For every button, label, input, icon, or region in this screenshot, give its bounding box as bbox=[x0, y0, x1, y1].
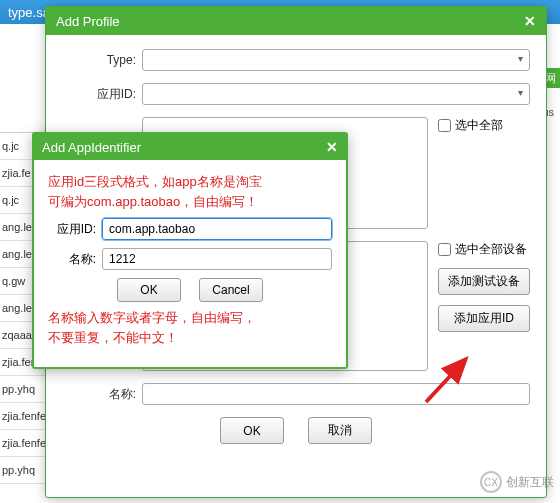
hint-text-2: 名称输入数字或者字母，自由编写， 不要重复，不能中文！ bbox=[48, 308, 332, 348]
add-appidentifier-title: Add AppIdentifier bbox=[42, 140, 141, 155]
watermark-text: 创新互联 bbox=[506, 474, 554, 491]
add-test-device-button[interactable]: 添加测试设备 bbox=[438, 268, 530, 295]
add-appidentifier-titlebar: Add AppIdentifier ✕ bbox=[34, 134, 346, 160]
select-all-devices-checkbox[interactable]: 选中全部设备 bbox=[438, 241, 530, 258]
type-label: Type: bbox=[62, 53, 142, 67]
checkbox-icon[interactable] bbox=[438, 119, 451, 132]
cancel-button[interactable]: 取消 bbox=[308, 417, 372, 444]
close-icon[interactable]: ✕ bbox=[326, 139, 338, 155]
name-input[interactable] bbox=[142, 383, 530, 405]
inner-cancel-button[interactable]: Cancel bbox=[199, 278, 263, 302]
ok-button[interactable]: OK bbox=[220, 417, 284, 444]
inner-name-label: 名称: bbox=[48, 251, 102, 268]
add-profile-titlebar: Add Profile ✕ bbox=[46, 7, 546, 35]
inner-appid-label: 应用ID: bbox=[48, 221, 102, 238]
add-app-id-button[interactable]: 添加应用ID bbox=[438, 305, 530, 332]
inner-appid-input[interactable] bbox=[102, 218, 332, 240]
name-bottom-label: 名称: bbox=[62, 386, 142, 403]
inner-name-input[interactable] bbox=[102, 248, 332, 270]
watermark-logo-icon: CX bbox=[480, 471, 502, 493]
add-profile-title: Add Profile bbox=[56, 14, 120, 29]
appid-select[interactable] bbox=[142, 83, 530, 105]
hint-text-1: 应用id三段式格式，如app名称是淘宝 可编为com.app.taobao，自由… bbox=[48, 172, 332, 212]
select-all-checkbox[interactable]: 选中全部 bbox=[438, 117, 530, 134]
checkbox-icon[interactable] bbox=[438, 243, 451, 256]
close-icon[interactable]: ✕ bbox=[524, 13, 536, 29]
select-all-label: 选中全部 bbox=[455, 117, 503, 134]
inner-ok-button[interactable]: OK bbox=[117, 278, 181, 302]
watermark: CX 创新互联 bbox=[480, 471, 554, 493]
select-all-devices-label: 选中全部设备 bbox=[455, 241, 527, 258]
add-appidentifier-dialog: Add AppIdentifier ✕ 应用id三段式格式，如app名称是淘宝 … bbox=[32, 132, 348, 369]
appid-label: 应用ID: bbox=[62, 86, 142, 103]
type-select[interactable] bbox=[142, 49, 530, 71]
